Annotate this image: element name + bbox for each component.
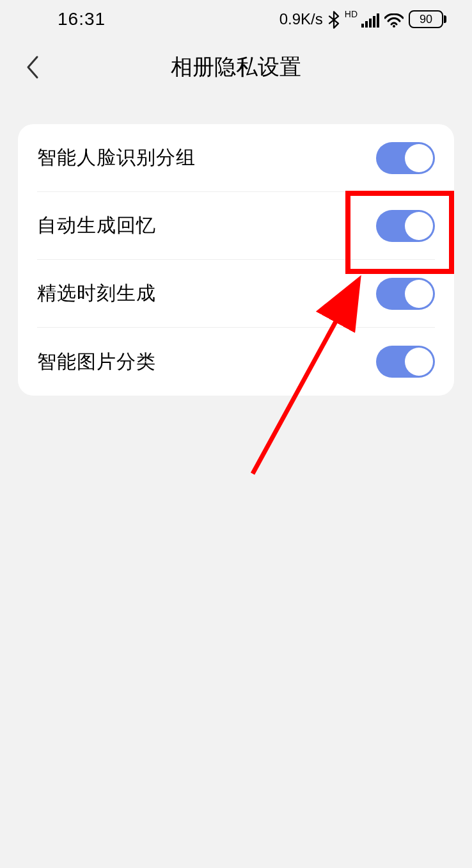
page-title: 相册隐私设置	[0, 52, 472, 82]
svg-rect-0	[361, 24, 364, 28]
svg-rect-2	[369, 19, 372, 28]
toggle-knob	[405, 212, 433, 240]
setting-label: 智能图片分类	[37, 349, 156, 375]
content: 智能人脸识别分组 自动生成回忆 精选时刻生成 智能图片分类	[0, 96, 472, 396]
svg-rect-3	[373, 16, 375, 28]
status-right: 0.9K/s HD 90	[279, 10, 446, 29]
hd-icon: HD	[345, 10, 358, 19]
setting-label: 自动生成回忆	[37, 213, 156, 239]
toggle-auto-memory[interactable]	[376, 210, 435, 242]
battery-icon: 90	[409, 10, 446, 28]
svg-rect-1	[365, 21, 368, 28]
toggle-featured-moments[interactable]	[376, 278, 435, 310]
setting-row-featured-moments: 精选时刻生成	[37, 260, 435, 328]
toggle-knob	[405, 348, 433, 376]
toggle-smart-classify[interactable]	[376, 346, 435, 378]
toggle-face-group[interactable]	[376, 142, 435, 174]
setting-row-face-group: 智能人脸识别分组	[37, 124, 435, 192]
battery-level: 90	[420, 13, 432, 26]
network-speed: 0.9K/s	[279, 10, 323, 28]
chevron-left-icon	[24, 54, 40, 80]
setting-row-smart-classify: 智能图片分类	[37, 328, 435, 396]
bluetooth-icon	[328, 10, 340, 29]
settings-card: 智能人脸识别分组 自动生成回忆 精选时刻生成 智能图片分类	[18, 124, 454, 396]
setting-label: 精选时刻生成	[37, 280, 156, 307]
wifi-icon	[384, 10, 404, 28]
signal-icon	[361, 10, 379, 28]
toggle-knob	[405, 144, 433, 172]
setting-label: 智能人脸识别分组	[37, 145, 196, 171]
svg-rect-4	[377, 13, 379, 28]
back-button[interactable]	[19, 54, 45, 80]
toggle-knob	[405, 280, 433, 308]
svg-point-5	[393, 25, 395, 28]
status-bar: 16:31 0.9K/s HD	[0, 0, 472, 38]
nav-bar: 相册隐私设置	[0, 38, 472, 96]
setting-row-auto-memory: 自动生成回忆	[37, 192, 435, 260]
status-time: 16:31	[58, 9, 106, 29]
